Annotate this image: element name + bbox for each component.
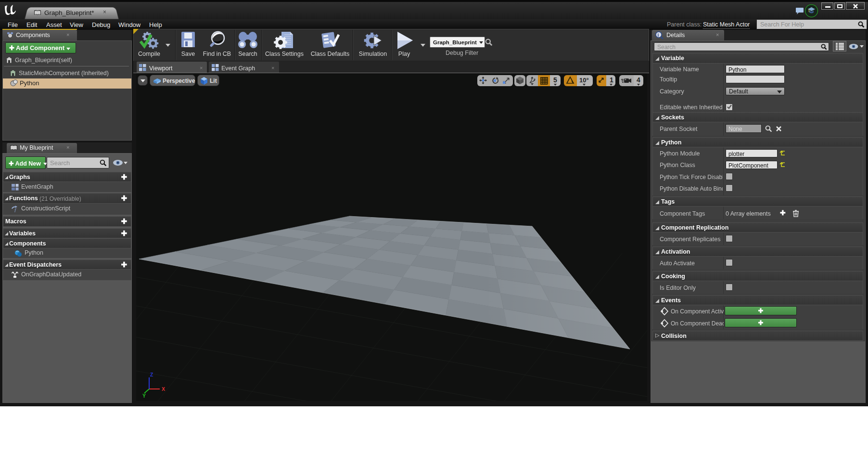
svg-text:f: f [14, 207, 17, 212]
svg-text:Z: Z [150, 372, 153, 377]
svg-text:Y: Y [142, 393, 146, 399]
svg-text:i: i [658, 32, 659, 38]
svg-text:X: X [162, 386, 165, 392]
